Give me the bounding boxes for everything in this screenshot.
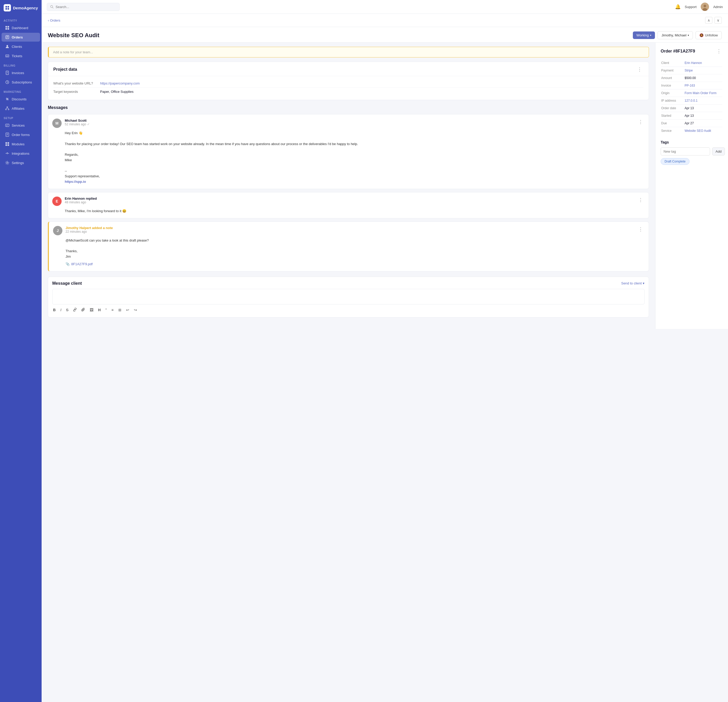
svg-line-38: [52, 7, 53, 8]
project-data-menu-btn[interactable]: ⋮: [636, 66, 643, 73]
sidebar-item-orders[interactable]: Orders: [1, 33, 40, 42]
msg1-avatar: M: [52, 118, 62, 128]
subscriptions-label: Subscriptions: [12, 80, 32, 84]
keywords-label: Target keywords: [53, 90, 100, 94]
msg3-body: @MichaelScott can you take a look at thi…: [53, 238, 644, 267]
assignee-button[interactable]: Jimothy, Michael ▾: [657, 31, 693, 39]
order-service-value[interactable]: Website SEO Audit: [685, 129, 711, 133]
left-panel: Add a note for your team... Project data…: [42, 43, 655, 329]
order-ip-value[interactable]: 127.0.0.1: [685, 99, 698, 103]
bold-btn[interactable]: B: [52, 307, 56, 313]
quote-btn[interactable]: ": [104, 307, 107, 313]
sidebar-item-order-forms[interactable]: Order forms: [1, 130, 40, 139]
content-area: ‹ Orders ∧ ∨ Website SEO Audit Working ▾: [42, 14, 728, 702]
msg3-meta: Jimothy Halpert added a note 22 minutes …: [65, 226, 634, 234]
search-input[interactable]: [56, 5, 116, 9]
sidebar-item-clients[interactable]: Clients: [1, 42, 40, 51]
svg-line-24: [7, 108, 9, 109]
order-origin-value[interactable]: Form Main Order Form: [685, 91, 716, 95]
attachment-link[interactable]: 📎 8F1A27F9.pdf: [65, 261, 644, 267]
note-box[interactable]: Add a note for your team...: [48, 47, 649, 58]
search-icon: [50, 5, 53, 9]
svg-point-17: [6, 98, 7, 99]
svg-point-40: [703, 5, 706, 7]
attachment-btn[interactable]: [81, 307, 86, 313]
svg-rect-35: [7, 144, 9, 146]
url-value[interactable]: https://papercompany.com: [100, 81, 140, 85]
svg-point-12: [7, 45, 8, 46]
avatar: [701, 3, 709, 11]
order-menu-btn[interactable]: ⋮: [715, 48, 723, 55]
sidebar-item-invoices[interactable]: Invoices: [1, 68, 40, 77]
data-row-url: What's your website URL? https://paperco…: [53, 79, 643, 88]
sidebar-item-dashboard[interactable]: Dashboard: [1, 23, 40, 32]
unfollow-button[interactable]: 🔕 Unfollow: [695, 31, 722, 39]
bell-icon[interactable]: 🔔: [675, 4, 681, 10]
redo-btn[interactable]: ↪: [133, 307, 138, 313]
ordered-list-btn[interactable]: ⊞: [117, 307, 122, 313]
msg1-menu-btn[interactable]: ⋮: [637, 118, 644, 125]
modules-icon: [5, 142, 9, 146]
svg-rect-2: [6, 8, 7, 10]
svg-point-22: [8, 109, 9, 110]
sidebar-item-settings[interactable]: Settings: [1, 158, 40, 167]
svg-rect-3: [7, 8, 9, 10]
breadcrumb[interactable]: ‹ Orders: [48, 19, 60, 22]
strikethrough-btn[interactable]: S: [65, 307, 69, 313]
sidebar-item-discounts[interactable]: Discounts: [1, 95, 40, 104]
status-button[interactable]: Working ▾: [633, 32, 655, 39]
new-tag-input[interactable]: [661, 147, 710, 156]
add-tag-btn[interactable]: Add: [712, 147, 725, 156]
sidebar-item-services[interactable]: Services: [1, 121, 40, 130]
order-info-amount: Amount $500.00: [661, 74, 722, 82]
collapse-up-btn[interactable]: ∧: [705, 17, 712, 24]
heading-btn[interactable]: H: [97, 307, 101, 313]
sidebar-item-subscriptions[interactable]: Subscriptions: [1, 78, 40, 87]
clients-label: Clients: [12, 45, 22, 49]
italic-btn[interactable]: I: [59, 307, 62, 313]
order-order-date-value: Apr 13: [685, 106, 694, 110]
msg1-header: M Michael Scott 52 minutes ago ✓ ⋮: [52, 118, 644, 128]
collapse-down-btn[interactable]: ∨: [715, 17, 722, 24]
bullet-list-btn[interactable]: ≡: [111, 307, 114, 313]
editor-area[interactable]: [52, 289, 644, 305]
order-info-order-date: Order date Apr 13: [661, 104, 722, 112]
order-info-service: Service Website SEO Audit: [661, 127, 722, 134]
orders-icon: [5, 35, 9, 39]
msg2-body: Thanks, Mike, I'm looking forward to it …: [52, 208, 644, 214]
order-info-invoice: Invoice PP-163: [661, 82, 722, 90]
topbar-right: 🔔 Support Admin: [675, 3, 723, 11]
order-info-ip: IP address 127.0.0.1: [661, 97, 722, 104]
sidebar-item-tickets[interactable]: Tickets: [1, 52, 40, 60]
right-panel: Order #8F1A27F9 ⋮ Client Erin Hannon Pay…: [655, 43, 728, 329]
services-label: Services: [12, 123, 25, 127]
mc-title: Message client: [52, 281, 82, 286]
sidebar-item-integrations[interactable]: Integrations: [1, 149, 40, 158]
header-actions: Working ▾ Jimothy, Michael ▾ 🔕 Unfollow: [633, 31, 722, 39]
support-link[interactable]: Support: [685, 5, 697, 9]
project-data-table: What's your website URL? https://paperco…: [48, 76, 649, 100]
admin-label: Admin: [713, 5, 723, 9]
order-client-value[interactable]: Erin Hannon: [685, 61, 702, 65]
image-btn[interactable]: 🖼: [89, 307, 94, 313]
svg-rect-25: [6, 124, 9, 127]
modules-label: Modules: [12, 142, 25, 146]
message-client-section: Message client Send to client ▾ B I S: [48, 277, 649, 318]
app-name: DemoAgency: [13, 6, 38, 10]
tickets-icon: [5, 54, 9, 58]
order-info-payment: Payment Stripe: [661, 67, 722, 74]
msg3-menu-btn[interactable]: ⋮: [637, 226, 644, 233]
draft-complete-tag[interactable]: Draft Complete: [661, 158, 689, 165]
mc-header: Message client Send to client ▾: [52, 281, 644, 286]
search-box[interactable]: [47, 3, 120, 11]
link-btn[interactable]: [72, 307, 78, 313]
sidebar-item-modules[interactable]: Modules: [1, 140, 40, 149]
order-invoice-value[interactable]: PP-163: [685, 84, 695, 87]
msg1-checkmark-icon: ✓: [87, 123, 90, 126]
order-payment-value[interactable]: Stripe: [685, 69, 693, 72]
spp-link[interactable]: https://spp.io: [65, 180, 86, 183]
send-to-client-button[interactable]: Send to client ▾: [621, 281, 644, 285]
msg2-menu-btn[interactable]: ⋮: [637, 196, 644, 203]
sidebar-item-affiliates[interactable]: Affiliates: [1, 104, 40, 113]
undo-btn[interactable]: ↩: [125, 307, 130, 313]
